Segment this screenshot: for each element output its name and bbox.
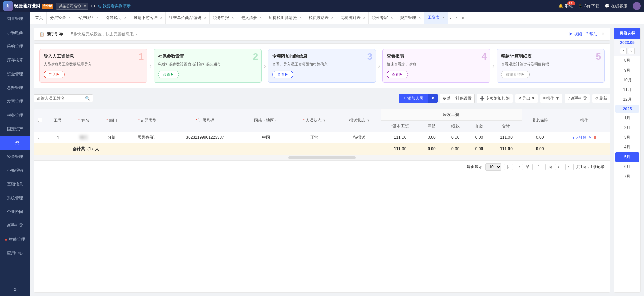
page-input[interactable] — [532, 164, 546, 170]
sidebar-item-enterprise[interactable]: 企业协同 — [0, 205, 30, 219]
tab-invite[interactable]: 邀请下游客户 × — [130, 12, 166, 24]
unified-settings-button[interactable]: ⚙ 统一社保设置 — [440, 94, 475, 103]
month-item-4[interactable]: 4月 — [614, 142, 640, 152]
tab-close-all[interactable]: × — [459, 15, 466, 21]
tab-goods-code[interactable]: 往来单位商品编码 × — [166, 12, 210, 24]
month-item-9[interactable]: 9月 — [614, 66, 640, 75]
tab-tax-report[interactable]: 税务申报 × — [210, 12, 237, 24]
company-selector[interactable]: 某某公司名称 ▼ — [56, 3, 88, 10]
tab-tax-expert[interactable]: 税检专家 × — [369, 12, 396, 24]
sidebar-item-sales2[interactable]: 小畅报销 — [0, 164, 30, 177]
step-3-btn[interactable]: 查看▶ — [272, 71, 293, 78]
tab-tax-stat-close[interactable]: × — [363, 16, 365, 20]
sidebar-item-ledger[interactable]: 总账管理 — [0, 81, 30, 95]
next-page-btn[interactable]: › — [555, 164, 562, 170]
add-people-button[interactable]: + 添加人员 — [399, 94, 428, 103]
prev-page-btn[interactable]: ‹ — [516, 164, 523, 170]
month-nav-up[interactable]: ∧ — [620, 48, 627, 54]
online-service-button[interactable]: 💬 在线客服 — [605, 3, 627, 9]
add-people-dropdown[interactable]: ▼ — [428, 94, 438, 103]
month-item-5[interactable]: 5月 — [615, 152, 639, 162]
tab-tax-calc[interactable]: 所得税汇算清缴 × — [265, 12, 305, 24]
demo-button[interactable]: ◎ 我要看实例演示 — [98, 3, 131, 9]
personal-insurance-link[interactable]: 个人社保 — [572, 135, 586, 140]
sidebar-item-wage[interactable]: 工资 — [0, 136, 30, 150]
tab-tax-report-close[interactable]: × — [232, 16, 234, 20]
step-5-btn[interactable]: 敬请期待▶ — [501, 71, 530, 78]
sidebar-item-capital[interactable]: 资金管理 — [0, 67, 30, 81]
help-link[interactable]: ? 帮助 — [586, 31, 597, 37]
delete-link[interactable]: 🗑 — [593, 135, 597, 139]
search-input[interactable] — [37, 96, 84, 101]
tab-home[interactable]: 首页 — [32, 12, 47, 24]
tab-wage-table[interactable]: 工资表 × — [424, 12, 448, 24]
tab-clearance-close[interactable]: × — [260, 16, 262, 20]
horizontal-scrollbar[interactable] — [288, 156, 356, 159]
tab-invite-close[interactable]: × — [160, 16, 162, 20]
video-link[interactable]: ▶ 视频 — [569, 31, 582, 37]
tab-goods-code-close[interactable]: × — [204, 16, 206, 20]
tab-guide-close[interactable]: × — [124, 16, 126, 20]
step-1-btn[interactable]: 导入▶ — [44, 71, 65, 78]
tab-asset-mgmt[interactable]: 资产管理 × — [396, 12, 424, 24]
tab-tax-calc-close[interactable]: × — [300, 16, 302, 20]
notification-button[interactable]: 🔔 消息 99+ — [558, 3, 573, 9]
month-item-8[interactable]: 8月 — [614, 56, 640, 66]
refresh-button[interactable]: ↻ 刷新 — [592, 94, 610, 103]
guide-button[interactable]: ? 新手引导 — [565, 94, 590, 103]
settings-gear-icon[interactable]: ⚙ — [91, 3, 95, 9]
close-guide-button[interactable]: ✕ — [601, 31, 605, 37]
special-deduction-button[interactable]: ➕ 专项附加扣除 — [477, 94, 513, 103]
tab-tax-expert-close[interactable]: × — [391, 16, 393, 20]
tab-nav-prev[interactable]: ‹ — [448, 15, 454, 21]
tab-asset-mgmt-close[interactable]: × — [419, 16, 421, 20]
sidebar-item-settings[interactable]: ⚙ — [0, 283, 30, 296]
sidebar-item-smart[interactable]: 智能管理 — [0, 232, 30, 246]
tab-customer[interactable]: 客户联络 × — [74, 12, 102, 24]
sidebar-item-invoice[interactable]: 发票管理 — [0, 95, 30, 109]
row-checkbox[interactable] — [38, 135, 42, 139]
sidebar-item-guide[interactable]: 新手引导 — [0, 219, 30, 232]
month-item-2[interactable]: 2月 — [614, 123, 640, 133]
month-item-12[interactable]: 12月 — [614, 95, 640, 104]
export-button[interactable]: ↗ 导出 ▼ — [515, 94, 538, 103]
select-all-checkbox[interactable] — [38, 118, 42, 122]
tab-tax-exempt[interactable]: 税负波动表 × — [305, 12, 337, 24]
send-status-filter-icon[interactable]: ▾ — [367, 118, 369, 123]
tab-tax-stat[interactable]: 纳税统计表 × — [337, 12, 369, 24]
tab-hierarchy[interactable]: 分层经营 × — [47, 12, 74, 24]
page-size-select[interactable]: 10 20 50 — [485, 163, 501, 171]
edit-link[interactable]: ✎ — [588, 135, 591, 140]
sidebar-item-sales[interactable]: 销售管理 — [0, 12, 30, 26]
month-item-11[interactable]: 11月 — [614, 85, 640, 95]
month-item-7[interactable]: 7月 — [614, 172, 640, 181]
first-page-btn[interactable]: |‹ — [504, 164, 513, 170]
sidebar-item-operation[interactable]: 经营管理 — [0, 150, 30, 164]
sidebar-item-inventory[interactable]: 库存核算 — [0, 53, 30, 67]
sidebar-item-assets[interactable]: 固定资产 — [0, 122, 30, 136]
last-page-btn[interactable]: ›| — [565, 164, 574, 170]
month-item-3[interactable]: 3月 — [614, 133, 640, 142]
month-item-10[interactable]: 10月 — [614, 75, 640, 85]
month-item-1[interactable]: 1月 — [614, 113, 640, 123]
sidebar-item-purchase[interactable]: 采购管理 — [0, 40, 30, 53]
user-avatar[interactable] — [633, 2, 641, 10]
sidebar-item-app-center[interactable]: 应用中心 — [0, 246, 30, 260]
sidebar-item-tax[interactable]: 税务管理 — [0, 109, 30, 122]
operations-button[interactable]: ≡ 操作 ▼ — [540, 94, 562, 103]
step-2-btn[interactable]: 设置▶ — [158, 71, 179, 78]
sidebar-item-system[interactable]: 系统管理 — [0, 191, 30, 205]
sidebar-item-basic[interactable]: 基础信息 — [0, 177, 30, 191]
tab-customer-close[interactable]: × — [97, 16, 99, 20]
tab-guide[interactable]: 引导说明 × — [102, 12, 130, 24]
tab-nav-next[interactable]: › — [454, 15, 460, 21]
search-icon[interactable]: 🔍 — [85, 96, 90, 101]
status-filter-icon[interactable]: ▾ — [323, 118, 325, 123]
tab-tax-exempt-close[interactable]: × — [331, 16, 333, 20]
step-4-btn[interactable]: 查看▶ — [387, 71, 408, 78]
month-item-6[interactable]: 6月 — [614, 162, 640, 172]
app-download-button[interactable]: 📱 App下载 — [578, 3, 599, 9]
tab-hierarchy-close[interactable]: × — [69, 16, 71, 20]
tab-clearance[interactable]: 进入清册 × — [237, 12, 265, 24]
tab-wage-table-close[interactable]: × — [442, 16, 444, 19]
